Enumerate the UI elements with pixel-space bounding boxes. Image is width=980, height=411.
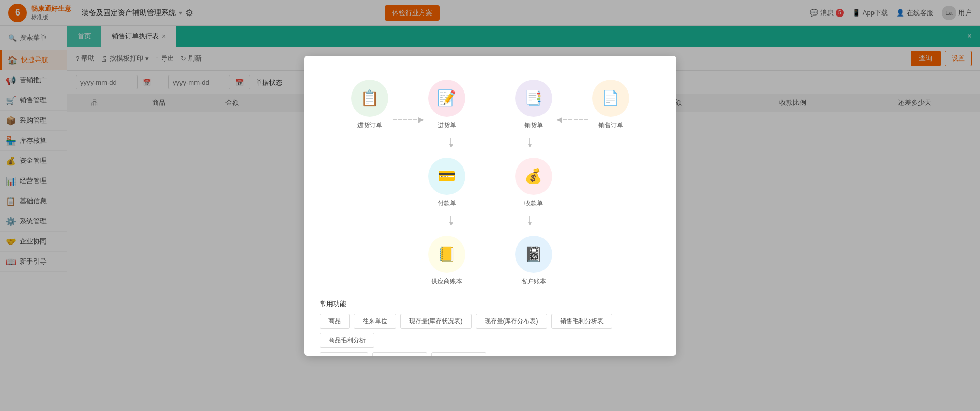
flow-node-purchase-bill[interactable]: 📝 进货单 bbox=[424, 71, 470, 138]
common-btn-stock-status[interactable]: 现存量(库存状况表) bbox=[400, 314, 472, 329]
flow-row-2: 💳 付款单 💰 收款单 bbox=[320, 149, 661, 216]
flow-node-customer-ledger[interactable]: 📓 客户账本 bbox=[511, 227, 556, 294]
flow-node-sales-bill[interactable]: 📑 销货单 bbox=[511, 71, 556, 138]
purchase-bill-circle: 📝 bbox=[428, 80, 465, 117]
common-btn-stock-dist[interactable]: 现存量(库存分布表) bbox=[476, 314, 547, 329]
common-btn-receipt-stats[interactable]: 收款情况统计 bbox=[372, 352, 427, 356]
supplier-ledger-circle: 📒 bbox=[428, 236, 465, 273]
arrow-purchase-to-bill: ▶ bbox=[393, 115, 424, 138]
common-btn-sales-profit[interactable]: 销售毛利分析表 bbox=[551, 314, 612, 329]
sales-bill-circle: 📑 bbox=[515, 80, 552, 117]
flow-row-1: 📋 进货订单 ▶ bbox=[320, 71, 661, 138]
v-arrow-payment: ▼ bbox=[432, 216, 470, 224]
payment-label: 付款单 bbox=[438, 199, 456, 208]
flow-modal: 📋 进货订单 ▶ bbox=[304, 56, 676, 356]
modal-content: 📋 进货订单 ▶ bbox=[304, 56, 676, 356]
customer-ledger-circle: 📓 bbox=[515, 236, 552, 273]
sales-order-circle: 📄 bbox=[592, 80, 629, 117]
payment-circle: 💳 bbox=[428, 158, 465, 195]
app-container: 6 畅康通好生意 标准版 装备及固定资产辅助管理系统 ▾ ⚙ 体验行业方案 💬 … bbox=[0, 0, 980, 411]
flow-row-3: 📒 供应商账本 📓 客户账本 bbox=[320, 227, 661, 294]
purchase-bill-label: 进货单 bbox=[438, 121, 456, 130]
purchase-order-label: 进货订单 bbox=[357, 121, 382, 130]
sales-order-label: 销售订单 bbox=[598, 121, 623, 130]
flow-v-arrows: ▼ ▼ bbox=[320, 138, 661, 146]
flow-v-arrows-2: ▼ ▼ bbox=[320, 216, 661, 224]
common-btn-partner[interactable]: 往来单位 bbox=[354, 314, 396, 329]
flow-node-receipt[interactable]: 💰 收款单 bbox=[511, 149, 556, 216]
common-btn-sales-rank[interactable]: 销售排行榜 bbox=[320, 352, 368, 356]
purchase-order-circle: 📋 bbox=[351, 80, 388, 117]
common-btn-payment-stats[interactable]: 付款情况统计 bbox=[431, 352, 486, 356]
modal-overlay[interactable]: 📋 进货订单 ▶ bbox=[0, 0, 980, 411]
common-btns-row-2: 销售排行榜 收款情况统计 付款情况统计 bbox=[320, 352, 661, 356]
common-functions: 常用功能 商品 往来单位 现存量(库存状况表) 现存量(库存分布表) 销售毛利分… bbox=[320, 299, 661, 356]
common-btn-product[interactable]: 商品 bbox=[320, 314, 350, 329]
common-functions-title: 常用功能 bbox=[320, 299, 661, 309]
v-arrow-purchase: ▼ bbox=[432, 138, 470, 146]
v-arrow-receipt: ▼ bbox=[511, 216, 548, 224]
customer-ledger-label: 客户账本 bbox=[521, 277, 546, 286]
receipt-label: 收款单 bbox=[524, 199, 543, 208]
common-btn-product-profit[interactable]: 商品毛利分析 bbox=[320, 333, 374, 348]
receipt-circle: 💰 bbox=[515, 158, 552, 195]
sales-bill-label: 销货单 bbox=[524, 121, 543, 130]
flow-node-payment[interactable]: 💳 付款单 bbox=[424, 149, 470, 216]
common-btns-row-1: 商品 往来单位 现存量(库存状况表) 现存量(库存分布表) 销售毛利分析表 商品… bbox=[320, 314, 661, 348]
flow-node-purchase-order[interactable]: 📋 进货订单 bbox=[347, 71, 393, 138]
v-arrow-sales: ▼ bbox=[511, 138, 548, 146]
arrow-order-to-sales: ◀ bbox=[556, 115, 588, 138]
flow-node-sales-order[interactable]: 📄 销售订单 bbox=[588, 71, 634, 138]
flow-node-supplier-ledger[interactable]: 📒 供应商账本 bbox=[424, 227, 470, 294]
supplier-ledger-label: 供应商账本 bbox=[431, 277, 462, 286]
